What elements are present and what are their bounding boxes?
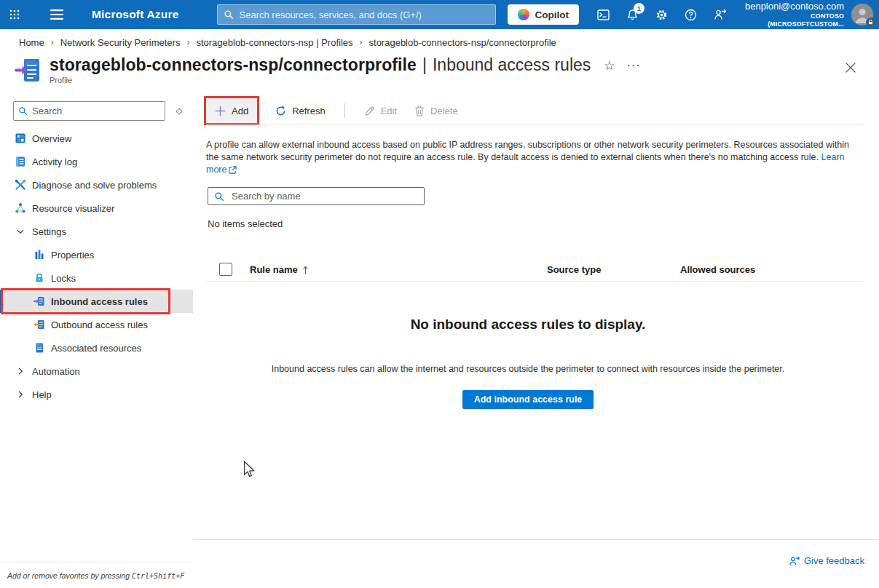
global-search-input[interactable] <box>240 9 490 20</box>
locks-icon <box>33 272 45 284</box>
selection-status: No items selected <box>208 218 283 229</box>
edit-button[interactable]: Edit <box>355 98 406 123</box>
app-launcher-button[interactable] <box>0 0 29 29</box>
selected-indicator <box>0 290 2 313</box>
lock-icon <box>866 17 875 27</box>
add-button[interactable]: Add <box>206 98 257 123</box>
breadcrumb-current[interactable]: storageblob-connectors-nsp/connectorprof… <box>369 37 556 48</box>
diagnose-icon <box>15 179 26 191</box>
sidebar-item-properties[interactable]: Properties <box>0 243 193 266</box>
help-button[interactable] <box>677 0 706 29</box>
sidebar-group-settings[interactable]: Settings <box>0 220 193 243</box>
top-bar: Microsoft Azure Copilot 1 <box>0 0 879 29</box>
sidebar-item-overview[interactable]: Overview <box>0 127 193 150</box>
favorites-hint-text: Add or remove favorites by pressing <box>7 571 132 580</box>
filter-search-input[interactable] <box>232 191 418 202</box>
hamburger-menu-button[interactable] <box>42 0 71 29</box>
delete-button[interactable]: Delete <box>406 98 467 123</box>
sidebar-group-label: Automation <box>32 366 80 377</box>
filter-search[interactable] <box>208 187 425 205</box>
breadcrumb-separator: › <box>51 37 54 47</box>
sidebar-item-label: Outbound access rules <box>51 319 148 330</box>
sidebar-item-label: Associated resources <box>51 343 141 354</box>
associated-resources-icon <box>33 342 45 354</box>
page-title-section: Inbound access rules <box>433 55 591 75</box>
refresh-button-label: Refresh <box>292 106 326 116</box>
select-all-checkbox[interactable] <box>219 263 232 276</box>
sidebar-group-help[interactable]: Help <box>0 383 193 406</box>
breadcrumb-separator: › <box>186 37 189 47</box>
empty-state-subtitle: Inbound access rules can allow the inter… <box>193 364 863 374</box>
global-search[interactable] <box>217 4 497 25</box>
delete-button-label: Delete <box>430 106 458 116</box>
delete-trash-icon <box>414 106 425 116</box>
avatar[interactable] <box>851 4 873 25</box>
sidebar-item-label: Resource visualizer <box>32 203 114 214</box>
column-rule-name[interactable]: Rule name <box>250 264 309 275</box>
footer-divider <box>193 539 879 540</box>
sidebar-item-label: Locks <box>51 273 76 284</box>
sidebar-item-locks[interactable]: Locks <box>0 266 193 290</box>
plus-icon <box>215 106 226 116</box>
copilot-button[interactable]: Copilot <box>508 4 579 25</box>
resource-menu-list: Overview Activity log Diagnose and solve… <box>0 127 193 406</box>
sidebar-item-diagnose[interactable]: Diagnose and solve problems <box>0 173 193 196</box>
add-inbound-access-rule-button[interactable]: Add inbound access rule <box>462 390 594 409</box>
azure-brand[interactable]: Microsoft Azure <box>92 8 179 21</box>
sidebar-item-activity-log[interactable]: Activity log <box>0 150 193 173</box>
copilot-label: Copilot <box>535 9 569 20</box>
sidebar-item-label: Activity log <box>32 156 77 167</box>
person-feedback-icon <box>789 556 800 566</box>
pin-menu-icon[interactable] <box>176 108 183 115</box>
breadcrumb-nsp-profiles[interactable]: storageblob-connectors-nsp | Profiles <box>196 37 352 48</box>
notification-badge: 1 <box>634 3 645 14</box>
column-source-type[interactable]: Source type <box>547 264 601 275</box>
favorites-hint-shortcut: Ctrl+Shift+F <box>132 572 184 580</box>
inbound-access-rules-blade: Add Refresh Edit Delete A profile can al… <box>193 91 879 588</box>
breadcrumb-nsp-list[interactable]: Network Security Perimeters <box>60 37 181 48</box>
favorite-star-icon[interactable]: ☆ <box>604 58 615 74</box>
hamburger-icon <box>50 9 63 20</box>
search-icon <box>18 106 28 116</box>
empty-state-title: No inbound access rules to display. <box>193 317 863 333</box>
sidebar-item-resource-visualizer[interactable]: Resource visualizer <box>0 196 193 220</box>
sidebar-item-inbound-access-rules[interactable]: Inbound access rules <box>0 290 193 313</box>
refresh-button[interactable]: Refresh <box>267 98 334 123</box>
settings-button[interactable] <box>647 0 677 29</box>
page-title-resource: storageblob-connectors-nsp/connectorprof… <box>50 55 417 75</box>
notifications-button[interactable]: 1 <box>618 0 647 29</box>
activity-log-icon <box>15 156 26 167</box>
resource-menu: Overview Activity log Diagnose and solve… <box>0 91 193 588</box>
breadcrumb: Home › Network Security Perimeters › sto… <box>0 29 879 55</box>
person-feedback-icon <box>714 9 727 20</box>
sidebar-group-automation[interactable]: Automation <box>0 359 193 383</box>
refresh-icon <box>275 106 286 116</box>
cloud-shell-button[interactable] <box>589 0 618 29</box>
table-header-divider <box>206 281 863 282</box>
menu-search-input[interactable] <box>32 106 160 116</box>
account-email: benploni@contoso.com <box>742 1 844 12</box>
cloud-shell-icon <box>597 9 610 20</box>
give-feedback-link[interactable]: Give feedback <box>789 555 864 566</box>
menu-search[interactable] <box>13 101 165 121</box>
more-options-icon[interactable]: ··· <box>627 59 641 72</box>
close-blade-button[interactable] <box>843 60 859 76</box>
command-bar: Add Refresh Edit Delete <box>204 96 467 125</box>
sidebar-item-outbound-access-rules[interactable]: Outbound access rules <box>0 313 193 336</box>
column-allowed-sources[interactable]: Allowed sources <box>680 264 755 275</box>
blade-description: A profile can allow external inbound acc… <box>206 139 862 176</box>
table-header: Rule name Source type Allowed sources <box>193 257 863 282</box>
command-bar-bottom-divider <box>206 124 863 124</box>
breadcrumb-home[interactable]: Home <box>19 37 44 48</box>
give-feedback-label: Give feedback <box>804 555 864 566</box>
sidebar-item-label: Overview <box>32 133 71 144</box>
page-title-separator: | <box>422 55 427 75</box>
sidebar-item-associated-resources[interactable]: Associated resources <box>0 336 193 359</box>
copilot-icon <box>518 9 529 20</box>
account-info[interactable]: benploni@contoso.com CONTOSO (MICROSOFTC… <box>742 1 844 28</box>
page-header: storageblob-connectors-nsp/connectorprof… <box>15 55 867 92</box>
feedback-button[interactable] <box>706 0 735 29</box>
annotation-red-box: Add <box>204 96 259 125</box>
search-icon <box>214 191 224 202</box>
sidebar-group-label: Help <box>32 389 52 400</box>
